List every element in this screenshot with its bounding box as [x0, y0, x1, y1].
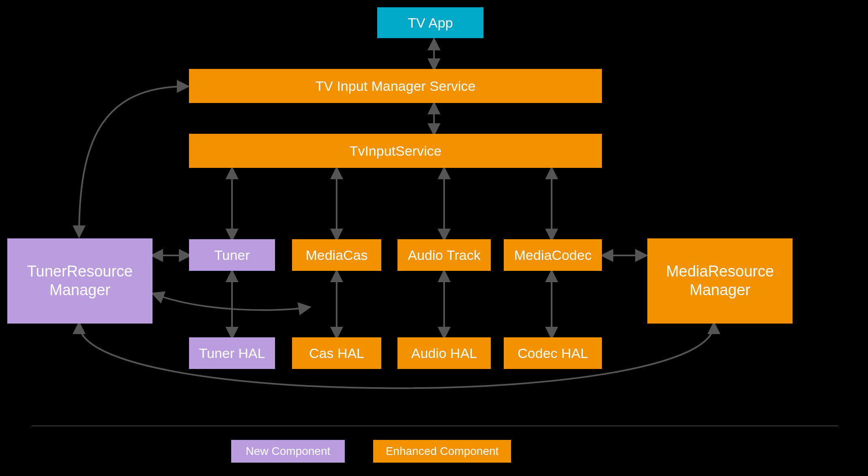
tv-app-box: TV App [377, 7, 483, 38]
legend-divider [32, 426, 838, 426]
tuner-resource-manager-label-1: TunerResource [27, 262, 133, 281]
tuner-resource-manager-box: TunerResource Manager [7, 238, 153, 324]
codec-hal-label: Codec HAL [518, 345, 588, 362]
media-codec-label: MediaCodec [514, 247, 592, 264]
media-codec-box: MediaCodec [504, 239, 602, 271]
media-resource-manager-box: MediaResource Manager [647, 238, 793, 324]
media-resource-manager-label-1: MediaResource [666, 262, 774, 281]
tv-input-manager-service-label: TV Input Manager Service [316, 78, 476, 94]
media-resource-manager-label-2: Manager [666, 281, 774, 300]
legend-new-component: New Component [231, 440, 345, 463]
cas-hal-label: Cas HAL [309, 345, 364, 362]
audio-track-box: Audio Track [397, 239, 491, 271]
tuner-hal-box: Tuner HAL [189, 337, 275, 369]
tuner-hal-label: Tuner HAL [199, 345, 265, 362]
tuner-resource-manager-label-2: Manager [27, 281, 133, 300]
tv-input-manager-service-box: TV Input Manager Service [189, 69, 602, 103]
audio-track-label: Audio Track [408, 247, 481, 264]
media-cas-label: MediaCas [305, 247, 367, 264]
media-cas-box: MediaCas [292, 239, 381, 271]
tuner-label: Tuner [214, 247, 250, 264]
cas-hal-box: Cas HAL [292, 337, 381, 369]
codec-hal-box: Codec HAL [504, 337, 602, 369]
audio-hal-box: Audio HAL [397, 337, 491, 369]
legend-enhanced-component: Enhanced Component [373, 440, 511, 463]
legend-enhanced-component-label: Enhanced Component [386, 445, 499, 458]
legend-new-component-label: New Component [246, 445, 331, 458]
tv-app-label: TV App [408, 15, 453, 31]
tuner-box: Tuner [189, 239, 275, 271]
tv-input-service-box: TvInputService [189, 134, 602, 168]
audio-hal-label: Audio HAL [411, 345, 477, 362]
tv-input-service-label: TvInputService [350, 143, 442, 159]
